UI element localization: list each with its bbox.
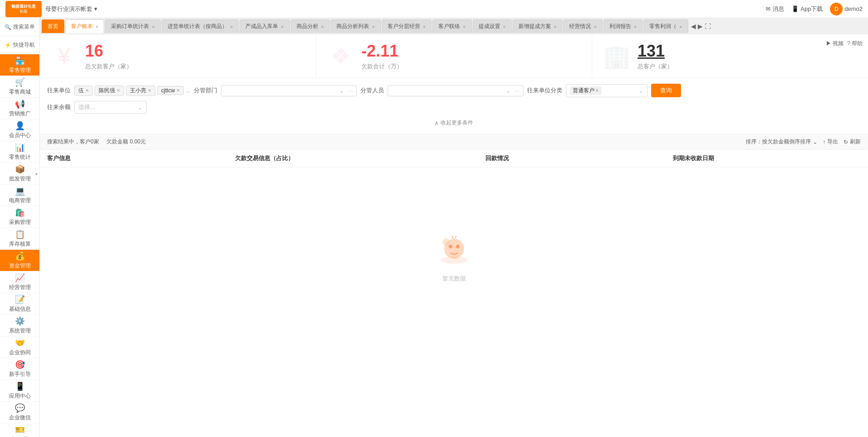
dept-select[interactable]: ⌄ ··· [221, 85, 357, 96]
operations-icon: 📈 [15, 273, 25, 283]
tab-new-promo[interactable]: 新增提成方案 × [513, 19, 562, 33]
message-btn[interactable]: ✉ 消息 [766, 5, 784, 13]
stat-label-debt: 欠款合计（万） [361, 62, 403, 71]
sidebar-item-app-center[interactable]: 📱 应用中心 [0, 380, 39, 402]
sidebar-item-retail[interactable]: 🏪 零售管理 [0, 54, 39, 76]
stat-card-total-customers: ¥ 16 总欠款客户（家） [40, 34, 316, 78]
topbar-left: 畅捷通好生意 标版 母婴行业演示帐套 ▾ [5, 1, 97, 17]
tab-close-customer-connect[interactable]: × [463, 24, 465, 29]
user-menu[interactable]: D demo2 [830, 3, 863, 15]
tabbar: 首页 客户账本 × 采购订单统计表 × 进货单统计表（按商品） × 产成品入库单… [40, 18, 868, 34]
sidebar-item-wholesale[interactable]: 📦 批发管理 ▾ [0, 163, 39, 185]
tab-close-profit-report[interactable]: × [634, 24, 637, 29]
unit-label: 往来单位 [47, 86, 71, 95]
unit-tags-more[interactable]: ... [186, 87, 190, 94]
svg-point-2 [449, 245, 452, 248]
tab-retail-profit[interactable]: 零售利润（ × [643, 19, 688, 33]
search-icon: 🔍 [5, 24, 11, 30]
balance-select[interactable]: 选择... ⌄ [74, 101, 147, 114]
video-icon: ▶ [826, 40, 831, 47]
tab-close-inbound-stat[interactable]: × [230, 24, 233, 29]
tab-purchase-order[interactable]: 采购订单统计表 × [105, 19, 160, 33]
stat-card-debt: ❖ -2.11 欠款合计（万） [316, 34, 592, 78]
sidebar-item-ecommerce[interactable]: 💻 电商管理 [0, 185, 39, 206]
tab-close-product-analysis[interactable]: × [321, 24, 324, 29]
sidebar-item-marketing[interactable]: 📢 营销推广 [0, 98, 39, 119]
collapse-row: ∧ 收起更多条件 [47, 117, 861, 128]
tab-product-analysis[interactable]: 商品分析 × [291, 19, 330, 33]
empty-state: 暂无数据 [436, 233, 472, 283]
tab-close-customer-book[interactable]: × [96, 24, 98, 29]
tab-home[interactable]: 首页 [42, 19, 64, 33]
app-download-btn[interactable]: 📱 App下载 [791, 5, 823, 13]
tab-close-purchase-order[interactable]: × [152, 24, 154, 29]
sidebar-item-retail-stat[interactable]: 📊 零售统计 [0, 141, 39, 163]
sidebar-item-purchase[interactable]: 🛍️ 采购管理 [0, 206, 39, 228]
unit-class-tag-normal: 普通客户 × [570, 86, 601, 95]
sidebar-item-retail-mall[interactable]: 🛒 零售商城 [0, 76, 39, 98]
remove-unit-tag-wu[interactable]: × [86, 87, 89, 94]
sidebar-item-finance[interactable]: 💰 资金管理 [0, 250, 39, 271]
refresh-btn[interactable]: ↻ 刷新 [844, 138, 861, 146]
unit-class-chevron: ⌄ [638, 87, 643, 94]
tab-close-new-promo[interactable]: × [554, 24, 556, 29]
export-icon: ↑ [823, 139, 825, 145]
sidebar-item-member[interactable]: 👤 会员中心 [0, 119, 39, 141]
beginner-icon: 🎯 [15, 360, 25, 370]
remove-unit-tag-chen[interactable]: × [117, 87, 120, 94]
tab-close-production-inbound[interactable]: × [281, 24, 283, 29]
tab-promo-settings[interactable]: 提成设置 × [473, 19, 512, 33]
sidebar-item-system[interactable]: ⚙️ 系统管理 [0, 315, 39, 337]
sidebar-item-inventory[interactable]: 📋 库存核算 [0, 228, 39, 250]
tab-close-promo-settings[interactable]: × [503, 24, 506, 29]
tab-close-retail-profit[interactable]: × [679, 24, 682, 29]
topbar: 畅捷通好生意 标版 母婴行业演示帐套 ▾ ✉ 消息 📱 App下载 D demo… [0, 0, 868, 18]
sort-select[interactable]: 排序：按欠款金额倒序排序 ⌄ [746, 138, 817, 146]
remove-unit-class-tag[interactable]: × [595, 87, 599, 94]
sidebar-search[interactable]: 🔍 搜索菜单 [0, 18, 39, 36]
video-help-btn[interactable]: ▶ 视频 [826, 40, 844, 48]
tab-close-customer-layered[interactable]: × [423, 24, 426, 29]
stat-card-all-customers: 🏢 131 总客户（家） ▶ 视频 ? 帮助 [592, 34, 868, 78]
sidebar-item-operations[interactable]: 📈 经营管理 [0, 271, 39, 293]
question-icon: ? [847, 40, 850, 47]
tab-close-business-status[interactable]: × [594, 24, 596, 29]
sidebar-item-member-card[interactable]: 🎫 畅会员 [0, 423, 39, 437]
tab-customer-connect[interactable]: 客户联络 × [432, 19, 471, 33]
sidebar-item-basic[interactable]: 📝 基础信息 [0, 293, 39, 315]
export-btn[interactable]: ↑ 导出 [823, 138, 838, 146]
tab-profit-report[interactable]: 利润报告 × [604, 19, 643, 33]
stat-icon: 📊 [15, 142, 25, 152]
member-icon: 👤 [15, 121, 25, 131]
tab-customer-layered[interactable]: 客户分层经营 × [382, 19, 432, 33]
tab-scroll-right[interactable]: ▶ [698, 23, 703, 30]
balance-label: 往来余额 [47, 103, 71, 111]
tab-inbound-stat[interactable]: 进货单统计表（按商品） × [162, 19, 239, 33]
store-selector[interactable]: 母婴行业演示帐套 ▾ [45, 5, 97, 13]
sidebar-item-beginner[interactable]: 🎯 新手引导 [0, 358, 39, 380]
query-button[interactable]: 查询 [651, 84, 681, 97]
tab-customer-book[interactable]: 客户账本 × [65, 19, 104, 33]
member-card-icon: 🎫 [15, 425, 25, 435]
sidebar-quick-nav[interactable]: ⚡ 快捷导航 [0, 36, 39, 54]
result-bar: 搜索结果中，客户0家 欠款金额 0.00元 排序：按欠款金额倒序排序 ⌄ ↑ 导… [40, 134, 868, 150]
remove-unit-tag-cjttcw[interactable]: × [177, 87, 180, 94]
tab-close-product-analysis-list[interactable]: × [372, 24, 374, 29]
tab-business-status[interactable]: 经营情况 × [563, 19, 602, 33]
tab-production-inbound[interactable]: 产成品入库单 × [240, 19, 289, 33]
remove-unit-tag-wang[interactable]: × [148, 87, 151, 94]
person-select[interactable]: ⌄ ··· [388, 85, 523, 96]
sidebar-item-enterprise[interactable]: 🤝 企业协同 [0, 337, 39, 358]
help-btn[interactable]: ? 帮助 [847, 40, 863, 48]
unit-class-select[interactable]: 普通客户 × ⌄ [566, 84, 647, 97]
sort-chevron: ⌄ [813, 139, 817, 145]
tab-expand[interactable]: ⛶ [705, 23, 711, 30]
balance-chevron: ⌄ [138, 104, 143, 111]
tab-scroll-left[interactable]: ◀ [691, 23, 696, 30]
person-label: 分管人员 [360, 86, 384, 95]
refresh-icon: ↻ [844, 139, 848, 145]
tab-product-analysis-list[interactable]: 商品分析列表 × [331, 19, 380, 33]
dept-label: 分管部门 [194, 86, 217, 95]
sidebar-item-enterprise-wechat[interactable]: 💬 企业微信 [0, 402, 39, 423]
collapse-button[interactable]: ∧ 收起更多条件 [433, 117, 475, 128]
